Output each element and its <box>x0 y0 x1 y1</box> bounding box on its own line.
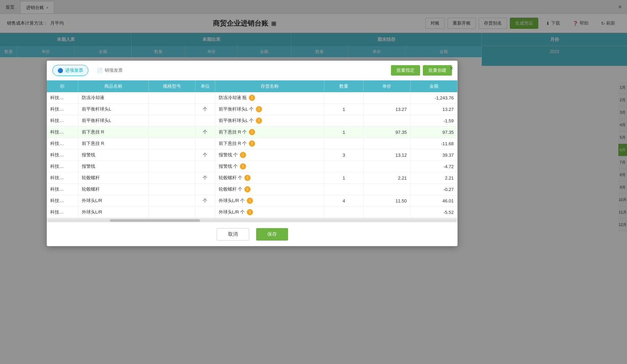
table-cell: 前下悬挂 R <box>78 127 148 138</box>
table-cell <box>148 207 195 218</box>
table-cell <box>324 92 364 104</box>
table-cell: 2.21 <box>410 172 457 184</box>
table-cell: 科技… <box>47 184 78 195</box>
batch-assign-button[interactable]: 批量指定 <box>391 65 420 76</box>
purchase-invoice-icon: 🔵 <box>58 68 63 73</box>
table-cell: 防冻冷却液 <box>78 92 148 104</box>
table-cell: 97.35 <box>364 127 410 138</box>
table-cell: 前平衡杆球头L <box>78 104 148 115</box>
table-cell <box>364 184 410 195</box>
tab-purchase-invoice[interactable]: 🔵 进项发票 <box>52 65 88 76</box>
table-cell: -4.72 <box>410 161 457 172</box>
table-cell: -5.52 <box>410 207 457 218</box>
table-cell: 个 <box>195 172 215 184</box>
table-cell: 前平衡杆球头L <box>78 115 148 127</box>
table-cell: 个 <box>195 149 215 161</box>
invoice-table-body: 科技…防冻冷却液防冻冷却液 瓶!-1,243.76科技…前平衡杆球头L个前平衡杆… <box>47 92 458 218</box>
table-cell: -1,243.76 <box>410 92 457 104</box>
table-cell <box>364 207 410 218</box>
table-row: 科技…前下悬挂 R个前下悬挂 R 个!197.3597.35 <box>47 127 458 138</box>
table-cell <box>195 207 215 218</box>
th-unit: 单位 <box>195 80 215 92</box>
warning-icon: ! <box>240 163 246 170</box>
table-cell <box>148 127 195 138</box>
warning-icon: ! <box>244 186 251 192</box>
table-cell <box>364 92 410 104</box>
inventory-name-cell: 前下悬挂 R 个! <box>215 138 324 149</box>
table-cell: 报警线 <box>78 149 148 161</box>
table-cell: 报警线 <box>78 161 148 172</box>
table-row: 科技…外球头L/R外球头L/R 个!-5.52 <box>47 207 458 218</box>
inventory-name-cell: 报警线 个! <box>215 161 324 172</box>
table-cell <box>195 138 215 149</box>
table-cell <box>324 115 364 127</box>
table-cell: 个 <box>195 104 215 115</box>
inventory-name-cell: 前下悬挂 R 个! <box>215 127 324 138</box>
table-cell <box>195 92 215 104</box>
table-cell: 科技… <box>47 195 78 207</box>
modal-close-button[interactable]: × <box>450 65 453 72</box>
table-row: 科技…报警线报警线 个!-4.72 <box>47 161 458 172</box>
batch-create-button[interactable]: 批量创建 <box>423 65 452 76</box>
th-inventory-name: 存货名称 <box>215 80 324 92</box>
table-row: 科技…前平衡杆球头L前平衡杆球头L 个!-1.59 <box>47 115 458 127</box>
table-header-row: 你 商品名称 规格型号 单位 存货名称 数量 单价 金额 <box>47 80 458 92</box>
table-row: 科技…防冻冷却液防冻冷却液 瓶!-1,243.76 <box>47 92 458 104</box>
table-cell: 39.37 <box>410 149 457 161</box>
table-cell: 个 <box>195 127 215 138</box>
inventory-name-cell: 报警线 个! <box>215 149 324 161</box>
table-cell: 科技… <box>47 161 78 172</box>
table-cell: 2.21 <box>364 172 410 184</box>
cancel-button[interactable]: 取消 <box>217 228 249 241</box>
inventory-name-cell: 前平衡杆球头L 个! <box>215 104 324 115</box>
save-button[interactable]: 保存 <box>256 228 288 241</box>
table-cell <box>324 138 364 149</box>
th-company: 你 <box>47 80 78 92</box>
table-cell: 科技… <box>47 138 78 149</box>
table-cell: 个 <box>195 195 215 207</box>
table-cell: 外球头L/R <box>78 207 148 218</box>
table-row: 科技…报警线个报警线 个!313.1239.37 <box>47 149 458 161</box>
table-cell <box>324 184 364 195</box>
table-cell: 科技… <box>47 104 78 115</box>
table-cell: 1 <box>324 172 364 184</box>
warning-icon: ! <box>240 152 246 158</box>
table-cell <box>364 161 410 172</box>
table-cell: -11.68 <box>410 138 457 149</box>
table-cell: 1 <box>324 104 364 115</box>
inventory-name-cell: 防冻冷却液 瓶! <box>215 92 324 103</box>
table-cell <box>148 195 195 207</box>
table-cell: 科技… <box>47 92 78 104</box>
table-cell <box>148 92 195 104</box>
table-row: 科技…外球头L/R个外球头L/R 个!411.5046.01 <box>47 195 458 207</box>
table-cell <box>195 184 215 195</box>
th-amount: 金额 <box>410 80 457 92</box>
table-cell <box>148 184 195 195</box>
inventory-name-cell: 前平衡杆球头L 个! <box>215 115 324 126</box>
table-cell <box>148 138 195 149</box>
scrollbar-track <box>47 219 457 222</box>
table-cell <box>195 161 215 172</box>
table-cell: 科技… <box>47 115 78 127</box>
table-cell: -1.59 <box>410 115 457 127</box>
modal-scrollbar[interactable] <box>47 218 458 222</box>
table-cell: 轮毂螺杆 <box>78 184 148 195</box>
table-cell <box>148 149 195 161</box>
tab-sales-invoice[interactable]: 📄 销项发票 <box>92 65 128 76</box>
warning-icon: ! <box>249 95 255 101</box>
table-row: 科技…轮毂螺杆轮毂螺杆 个!-0.27 <box>47 184 458 195</box>
scrollbar-thumb[interactable] <box>110 219 200 222</box>
table-cell: 13.27 <box>410 104 457 115</box>
modal-table-wrapper[interactable]: 你 商品名称 规格型号 单位 存货名称 数量 单价 金额 科技…防冻冷却液防冻冷… <box>47 80 458 218</box>
inventory-name-cell: 外球头L/R 个! <box>215 207 324 218</box>
modal-dialog: 🔵 进项发票 📄 销项发票 批量指定 批量创建 × 你 商品名称 规格型号 单位… <box>47 61 458 246</box>
modal-footer: 取消 保存 <box>47 222 458 246</box>
th-unit-price: 单价 <box>364 80 410 92</box>
inventory-name-cell: 轮毂螺杆 个! <box>215 172 324 183</box>
warning-icon: ! <box>247 198 253 204</box>
th-quantity: 数量 <box>324 80 364 92</box>
modal-header-actions: 批量指定 批量创建 <box>391 65 452 76</box>
table-cell <box>148 161 195 172</box>
table-cell <box>195 115 215 127</box>
table-cell: 科技… <box>47 172 78 184</box>
